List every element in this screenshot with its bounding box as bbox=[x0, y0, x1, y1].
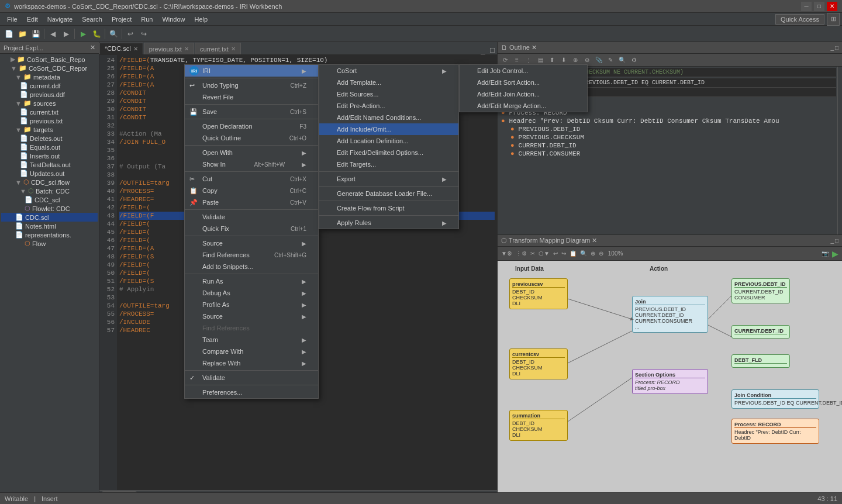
output-block-1[interactable]: PREVIOUS.DEBT_ID CURRENT.DEBT_ID CONSUME… bbox=[731, 278, 790, 303]
quick-access[interactable]: Quick Access bbox=[775, 14, 824, 25]
section-options-block[interactable]: Section Options Process: RECORD titled p… bbox=[632, 369, 708, 394]
tree-item-flowlet-cdc[interactable]: ⬡ Flowlet: CDC bbox=[1, 204, 98, 213]
debug-button[interactable]: 🐛 bbox=[90, 27, 103, 40]
transform-btn-5[interactable]: ↩ bbox=[552, 249, 559, 258]
tab-close-curr[interactable]: ✕ bbox=[231, 46, 236, 52]
transform-min[interactable]: _ bbox=[830, 237, 834, 244]
search-toolbar-button[interactable]: 🔍 bbox=[107, 27, 120, 40]
context-item-profile-as[interactable]: Profile As ▶ bbox=[185, 299, 318, 310]
tree-item-targets[interactable]: ▼ 📁 targets bbox=[1, 125, 98, 134]
outline-btn-7[interactable]: ⊕ bbox=[570, 55, 581, 65]
menu-navigate[interactable]: Navigate bbox=[43, 15, 77, 24]
transform-zoom-out[interactable]: ⊖ bbox=[598, 249, 605, 258]
tree-item-notes[interactable]: 📄 Notes.html bbox=[1, 222, 98, 230]
tree-item-metadata[interactable]: ▼ 📁 metadata bbox=[1, 73, 98, 81]
context-item-find-refs-1[interactable]: Find References Ctrl+Shift+G bbox=[185, 249, 318, 261]
iri-sub-targets[interactable]: Edit Targets... bbox=[319, 158, 458, 170]
outline-btn-2[interactable]: ≡ bbox=[512, 55, 522, 65]
tree-item-representations[interactable]: 📄 representations. bbox=[1, 230, 98, 239]
menu-edit[interactable]: Edit bbox=[22, 15, 43, 24]
transform-btn-8[interactable]: 🔍 bbox=[579, 249, 588, 258]
transform-btn-6[interactable]: ↪ bbox=[560, 249, 567, 258]
undo-toolbar-button[interactable]: ↩ bbox=[124, 27, 137, 40]
outline-btn-6[interactable]: ⬇ bbox=[558, 55, 569, 65]
transform-btn-3[interactable]: ✂ bbox=[529, 249, 536, 258]
transform-btn-2[interactable]: ⋮⚙ bbox=[515, 249, 528, 258]
tree-item-flow[interactable]: ⬡ Flow bbox=[1, 239, 98, 248]
tree-item-current-txt[interactable]: 📄 current.txt bbox=[1, 108, 98, 116]
tree-item-cosort-basic[interactable]: ▶ 📁 CoSort_Basic_Repo bbox=[1, 55, 98, 64]
context-item-source-1[interactable]: Source ▶ bbox=[185, 237, 318, 249]
context-item-debug-as[interactable]: Debug As ▶ bbox=[185, 287, 318, 299]
context-item-quick-fix[interactable]: Quick Fix Ctrl+1 bbox=[185, 223, 318, 234]
tab-close-prev[interactable]: ✕ bbox=[184, 46, 189, 52]
tab-cdc-scl[interactable]: *CDC.scl ✕ bbox=[99, 43, 143, 54]
transform-btn-7[interactable]: 📋 bbox=[568, 249, 578, 258]
iri-sub-pre-action[interactable]: Edit Pre-Action... bbox=[319, 100, 458, 112]
new-button[interactable]: 📄 bbox=[2, 27, 15, 40]
cosort-sort-action[interactable]: Add/Edit Sort Action... bbox=[460, 77, 587, 88]
perspective-button[interactable]: ⊞ bbox=[827, 13, 840, 26]
context-item-paste[interactable]: 📌 Paste Ctrl+V bbox=[185, 196, 318, 208]
transform-btn-4[interactable]: ⬡▼ bbox=[537, 249, 551, 258]
context-item-open-decl[interactable]: Open Declaration F3 bbox=[185, 120, 318, 132]
menu-run[interactable]: Run bbox=[136, 15, 157, 24]
cosort-merge-action[interactable]: Add/Edit Merge Action... bbox=[460, 100, 587, 112]
cosort-join-action[interactable]: Add/Edit Join Action... bbox=[460, 88, 587, 100]
iri-sub-named-cond[interactable]: Add/Edit Named Conditions... bbox=[319, 112, 458, 123]
outline-item-headrec[interactable]: ● Headrec "Prev: DebtID Cksum Curr: Debt… bbox=[499, 117, 836, 125]
tree-item-testdeltas[interactable]: 📄 TestDeltas.out bbox=[1, 160, 98, 169]
iri-sub-db-loader[interactable]: Generate Database Loader File... bbox=[319, 188, 458, 199]
outline-btn-5[interactable]: ⬆ bbox=[547, 55, 557, 65]
context-item-show-in[interactable]: Show In Alt+Shift+W ▶ bbox=[185, 158, 318, 170]
process-record-block[interactable]: Process: RECORD Headrec "Prev: DebtID Cu… bbox=[731, 419, 819, 444]
tab-current-txt[interactable]: current.txt ✕ bbox=[195, 43, 241, 54]
tree-item-current-ddf[interactable]: 📄 current.ddf bbox=[1, 81, 98, 90]
close-explorer-icon[interactable]: ✕ bbox=[90, 44, 95, 51]
maximize-button[interactable]: □ bbox=[814, 2, 824, 11]
editor-min-button[interactable]: _ bbox=[478, 45, 488, 54]
join-condition-block[interactable]: Join Condition PREVIOUS.DEBT_ID EQ CURRE… bbox=[731, 389, 819, 409]
current-block[interactable]: currentcsv DEBT_ID CHECKSUM DLI bbox=[509, 348, 568, 379]
context-item-save[interactable]: 💾 Save Ctrl+S bbox=[185, 106, 318, 118]
context-item-revert[interactable]: Revert File bbox=[185, 91, 318, 103]
tab-close-cdc[interactable]: ✕ bbox=[133, 46, 138, 52]
back-button[interactable]: ◀ bbox=[46, 27, 59, 40]
menu-project[interactable]: Project bbox=[107, 15, 136, 24]
context-item-replace[interactable]: Replace With ▶ bbox=[185, 357, 318, 369]
context-item-prefs[interactable]: Preferences... bbox=[185, 386, 318, 398]
outline-min[interactable]: _ bbox=[830, 44, 834, 51]
summation-block[interactable]: summation DEBT_ID CHECKSUM DLI bbox=[509, 410, 568, 441]
play-btn[interactable]: ▶ bbox=[831, 248, 840, 260]
outline-btn-8[interactable]: ⊖ bbox=[582, 55, 592, 65]
cosort-job-control[interactable]: Edit Job Control... bbox=[460, 65, 587, 77]
outline-btn-11[interactable]: 🔍 bbox=[617, 55, 627, 65]
outline-item-prev-checksum[interactable]: ● PREVIOUS.CHECKSUM bbox=[499, 133, 836, 141]
tree-item-cdc-scl-file[interactable]: 📄 CDC.scl bbox=[1, 213, 98, 222]
tree-item-equals[interactable]: 📄 Equals.out bbox=[1, 143, 98, 151]
iri-sub-edit-sources[interactable]: Edit Sources... bbox=[319, 88, 458, 100]
iri-sub-export[interactable]: Export ▶ bbox=[319, 173, 458, 185]
iri-sub-fixed-delim[interactable]: Edit Fixed/Delimited Options... bbox=[319, 147, 458, 158]
context-item-source-2[interactable]: Source ▶ bbox=[185, 310, 318, 322]
output-block-3[interactable]: DEBT_FLD bbox=[731, 354, 790, 368]
tree-item-cdc-flow[interactable]: ▼ ⬡ CDC_scl.flow bbox=[1, 178, 98, 187]
outline-scrollbar[interactable] bbox=[837, 67, 842, 234]
transform-zoom-in[interactable]: ⊕ bbox=[589, 249, 596, 258]
output-block-2[interactable]: CURRENT.DEBT_ID bbox=[731, 325, 790, 339]
outline-item-prev-debt[interactable]: ● PREVIOUS.DEBT_ID bbox=[499, 125, 836, 133]
outline-item-curr-consumer[interactable]: ● CURRENT.CONSUMER bbox=[499, 150, 836, 158]
tree-item-sources[interactable]: ▼ 📁 sources bbox=[1, 99, 98, 108]
tree-item-cdc-scl[interactable]: 📄 CDC_scl bbox=[1, 195, 98, 204]
context-item-find-refs-2[interactable]: Find References bbox=[185, 322, 318, 334]
iri-sub-template[interactable]: Add Template... bbox=[319, 77, 458, 88]
iri-sub-cosort[interactable]: CoSort ▶ bbox=[319, 65, 458, 77]
transform-canvas[interactable]: Input Data Action previouscsv DEBT_ID CH… bbox=[498, 261, 842, 495]
context-item-validate-1[interactable]: Validate bbox=[185, 211, 318, 223]
transform-max[interactable]: □ bbox=[835, 237, 838, 244]
context-item-snippets[interactable]: Add to Snippets... bbox=[185, 261, 318, 272]
previous-block[interactable]: previouscsv DEBT_ID CHECKSUM DLI bbox=[509, 278, 568, 309]
context-item-undo[interactable]: ↩ Undo Typing Ctrl+Z bbox=[185, 80, 318, 91]
tree-item-cosort-cdc[interactable]: ▼ 📁 CoSort_CDC_Repor bbox=[1, 64, 98, 73]
tab-previous-txt[interactable]: previous.txt ✕ bbox=[144, 43, 194, 54]
